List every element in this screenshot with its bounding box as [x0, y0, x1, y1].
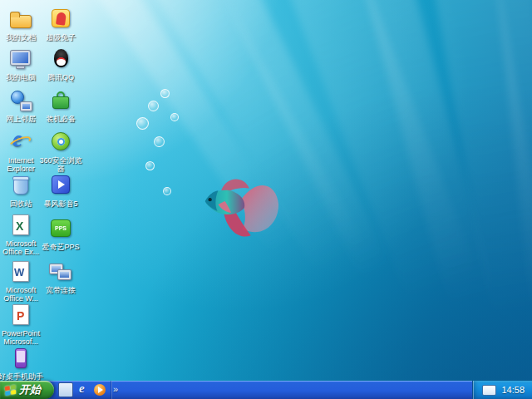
software-bundle-icon [48, 88, 73, 113]
desktop-icon-label: 好桌手机助手 [0, 372, 43, 381]
powerpoint-icon [8, 303, 33, 328]
desktop-icon-label: 暴风影音5 [38, 200, 83, 208]
start-button[interactable]: 开始 [0, 381, 54, 399]
pps-icon [48, 216, 73, 241]
windows-xp-screen: 我的文档我的电脑网上邻居Internet Explorer回收站Microsof… [0, 0, 532, 399]
bubble [170, 113, 179, 121]
network-places-icon [8, 88, 33, 113]
baofeng-icon [48, 173, 73, 198]
desktop-icon-excel[interactable]: Microsoft Office Ex... [2, 213, 40, 256]
desktop-icon-label: 宽带连接 [38, 286, 83, 294]
input-method-icon[interactable] [482, 385, 496, 396]
desktop-icon-label: Microsoft Office Ex... [0, 239, 43, 256]
360-browser-icon [48, 130, 73, 155]
taskbar: 开始 » 14:58 [0, 381, 532, 399]
desktop-icon-label: 超级兔子 [38, 33, 83, 42]
desktop-icon-360-browser[interactable]: 360安全浏览器 [42, 130, 80, 173]
recycle-bin-icon [8, 173, 33, 198]
bubble [163, 187, 171, 195]
super-rabbit-icon [48, 7, 73, 32]
my-documents-icon [8, 7, 33, 32]
bubble [160, 89, 170, 98]
desktop-icon-label: 回收站 [0, 200, 43, 208]
desktop-icon-super-rabbit[interactable]: 超级兔子 [42, 7, 80, 42]
desktop-icon-broadband[interactable]: 宽带连接 [42, 259, 80, 294]
desktop-icon-software-bundle[interactable]: 装机必备 [42, 88, 80, 123]
start-button-label: 开始 [19, 382, 41, 397]
quick-launch-overflow-chevron[interactable]: » [111, 384, 121, 396]
desktop-icon-label: Internet Explorer [0, 156, 43, 173]
desktop-icon-label: Microsoft Office W... [0, 286, 43, 303]
internet-explorer-icon [8, 130, 33, 155]
desktop-icon-label: 我的电脑 [0, 73, 43, 81]
desktop-icon-label: 我的文档 [0, 33, 43, 42]
desktop-icon-qq[interactable]: 腾讯QQ [42, 47, 80, 81]
desktop-icon-baofeng[interactable]: 暴风影音5 [42, 173, 80, 208]
bubble [136, 117, 149, 130]
desktop-icon-my-documents[interactable]: 我的文档 [2, 7, 40, 42]
broadband-icon [48, 259, 73, 284]
qq-icon [48, 47, 73, 71]
system-tray: 14:58 [472, 381, 532, 399]
desktop-icon-word[interactable]: Microsoft Office W... [2, 259, 40, 303]
desktop-icon-powerpoint[interactable]: PowerPoint Microsof... [2, 303, 40, 346]
excel-icon [8, 213, 33, 238]
quick-launch-bar [54, 381, 111, 399]
bubble [145, 161, 155, 170]
media-player-icon[interactable] [93, 383, 106, 397]
show-desktop-icon[interactable] [58, 382, 73, 397]
phone-assistant-icon [8, 346, 33, 371]
tray-icons [482, 385, 496, 396]
betta-fish [194, 163, 283, 249]
desktop-icon-label: 360安全浏览器 [38, 156, 83, 173]
desktop-icon-label: 装机必备 [38, 115, 83, 123]
internet-explorer-icon[interactable] [76, 383, 90, 397]
desktop-icon-internet-explorer[interactable]: Internet Explorer [2, 130, 40, 173]
desktop-icon-column-2: 超级兔子腾讯QQ装机必备360安全浏览器暴风影音5爱奇艺PPS宽带连接 [42, 0, 80, 381]
bubble [148, 101, 159, 111]
desktop-icon-pps[interactable]: 爱奇艺PPS [42, 216, 80, 251]
desktop-icon-label: 爱奇艺PPS [38, 243, 83, 251]
desktop-icon-label: 腾讯QQ [38, 73, 83, 81]
windows-logo-icon [5, 384, 17, 395]
word-icon [8, 259, 33, 284]
my-computer-icon [8, 47, 33, 71]
desktop-icon-phone-assistant[interactable]: 好桌手机助手 [2, 346, 40, 381]
desktop-icon-column-1: 我的文档我的电脑网上邻居Internet Explorer回收站Microsof… [2, 0, 40, 381]
taskbar-clock[interactable]: 14:58 [501, 385, 525, 395]
bubble [154, 136, 165, 147]
desktop-icon-my-computer[interactable]: 我的电脑 [2, 47, 40, 81]
desktop-icon-network-places[interactable]: 网上邻居 [2, 88, 40, 123]
desktop-icon-label: PowerPoint Microsof... [0, 329, 43, 346]
taskbar-empty-area[interactable] [121, 381, 472, 399]
desktop-icon-label: 网上邻居 [0, 115, 43, 123]
desktop[interactable]: 我的文档我的电脑网上邻居Internet Explorer回收站Microsof… [0, 0, 532, 381]
desktop-icon-recycle-bin[interactable]: 回收站 [2, 173, 40, 208]
